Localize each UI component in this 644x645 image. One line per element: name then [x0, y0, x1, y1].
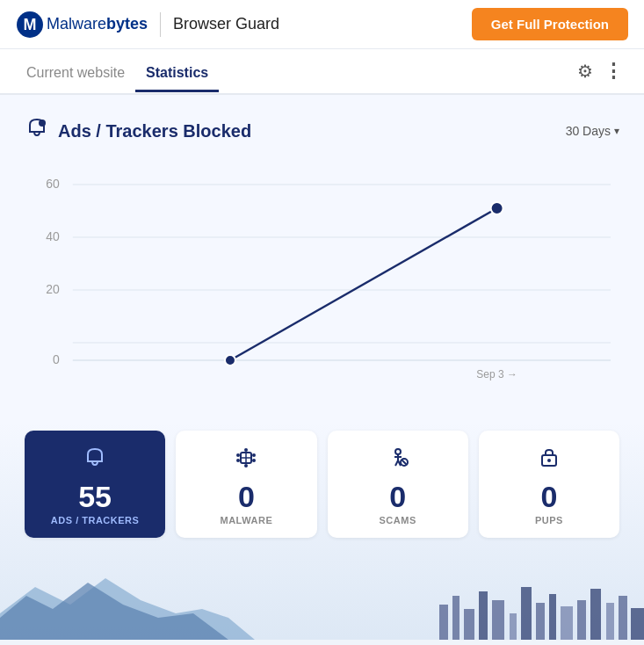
- app-title: Browser Guard: [173, 15, 279, 33]
- tab-current-website[interactable]: Current website: [16, 53, 135, 92]
- chevron-down-icon: ▾: [614, 125, 619, 137]
- chart-header: Ads / Trackers Blocked 30 Days ▾: [25, 116, 619, 146]
- more-icon: ⋮: [604, 60, 623, 83]
- scams-count: 0: [389, 482, 406, 511]
- app-header: M Malwarebytes Browser Guard Get Full Pr…: [0, 0, 644, 49]
- svg-rect-50: [606, 603, 614, 640]
- pups-card-icon: [538, 446, 561, 475]
- svg-text:Sep 3 →: Sep 3 →: [476, 368, 517, 380]
- malwarebytes-logo: M Malwarebytes: [16, 11, 148, 39]
- pups-label: PUPS: [535, 515, 563, 525]
- scams-card-icon: [387, 446, 409, 475]
- ads-card-icon: [83, 446, 106, 475]
- svg-point-35: [547, 459, 551, 462]
- malware-label: MALWARE: [221, 515, 273, 525]
- malware-card-icon: [235, 446, 257, 475]
- svg-rect-41: [479, 591, 488, 640]
- svg-rect-49: [590, 589, 601, 640]
- full-protection-button[interactable]: Get Full Protection: [472, 8, 628, 40]
- svg-rect-52: [631, 608, 644, 640]
- tabs-bar: Current website Statistics ⚙ ⋮: [0, 49, 644, 95]
- svg-rect-51: [619, 596, 627, 640]
- stat-card-pups: 0 PUPS: [479, 431, 619, 538]
- malware-count: 0: [238, 482, 255, 511]
- ads-label: ADS / TRACKERS: [51, 515, 140, 525]
- svg-marker-37: [0, 583, 228, 640]
- svg-text:0: 0: [53, 352, 60, 366]
- stat-card-malware: 0 MALWARE: [176, 431, 316, 538]
- chart-section: Ads / Trackers Blocked 30 Days ▾ 60 40 2…: [25, 116, 619, 413]
- pups-count: 0: [540, 482, 557, 511]
- svg-text:20: 20: [46, 282, 60, 296]
- stat-card-scams: 0 SCAMS: [328, 431, 468, 538]
- svg-point-25: [244, 448, 248, 452]
- svg-line-33: [402, 460, 406, 465]
- svg-rect-44: [521, 587, 532, 640]
- svg-point-22: [236, 459, 240, 462]
- svg-point-15: [491, 202, 503, 214]
- svg-rect-47: [561, 606, 573, 640]
- svg-rect-42: [492, 600, 504, 640]
- main-content: Ads / Trackers Blocked 30 Days ▾ 60 40 2…: [0, 95, 644, 640]
- svg-text:40: 40: [46, 229, 60, 243]
- more-menu-button[interactable]: ⋮: [598, 54, 628, 88]
- svg-rect-38: [439, 605, 448, 640]
- logo-text: Malwarebytes: [47, 15, 148, 33]
- scams-label: SCAMS: [380, 515, 416, 525]
- svg-point-3: [39, 120, 46, 127]
- svg-rect-40: [464, 609, 474, 640]
- svg-text:M: M: [24, 16, 37, 33]
- svg-point-23: [252, 453, 256, 457]
- svg-rect-46: [549, 594, 556, 640]
- svg-rect-45: [536, 603, 545, 640]
- ads-count: 55: [78, 482, 112, 511]
- svg-point-26: [244, 464, 248, 467]
- svg-marker-36: [0, 578, 255, 640]
- svg-rect-43: [510, 613, 517, 640]
- landscape-decoration: [0, 569, 644, 640]
- svg-rect-48: [577, 600, 586, 640]
- svg-point-24: [252, 459, 256, 462]
- svg-line-13: [230, 208, 497, 360]
- logo-area: M Malwarebytes Browser Guard: [16, 11, 279, 39]
- svg-point-21: [236, 453, 240, 457]
- stat-card-ads: 55 ADS / TRACKERS: [25, 431, 165, 538]
- chart-svg: 60 40 20 0 Sep 3 →: [25, 158, 619, 413]
- chart-container: 60 40 20 0 Sep 3 →: [25, 158, 619, 413]
- svg-point-14: [225, 355, 235, 366]
- chart-title: Ads / Trackers Blocked: [58, 121, 566, 141]
- settings-button[interactable]: ⚙: [572, 55, 598, 87]
- period-label: 30 Days: [566, 124, 611, 138]
- svg-point-27: [395, 449, 401, 454]
- tab-statistics[interactable]: Statistics: [135, 53, 219, 92]
- stat-cards: 55 ADS / TRACKERS 0 MALWARE: [25, 431, 619, 538]
- logo-divider: [160, 12, 161, 37]
- svg-rect-39: [452, 596, 459, 640]
- logo-icon: M: [16, 11, 44, 39]
- settings-icon: ⚙: [577, 61, 593, 82]
- ads-trackers-icon: [25, 116, 49, 146]
- period-selector[interactable]: 30 Days ▾: [566, 124, 619, 138]
- svg-text:60: 60: [46, 177, 60, 191]
